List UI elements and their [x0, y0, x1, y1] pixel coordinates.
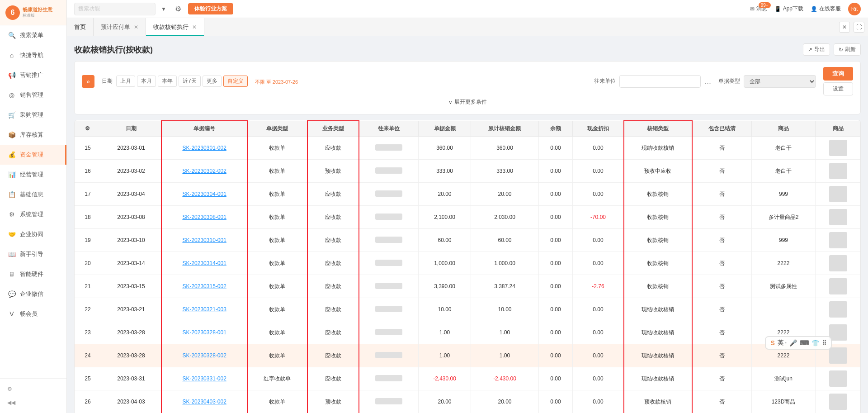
date-btn-last-month[interactable]: 上月 [116, 76, 135, 87]
unit-input[interactable] [619, 75, 701, 88]
td-bill-type: 收款单 [247, 183, 307, 206]
tab-expand-btn[interactable]: ⛶ [854, 22, 864, 33]
sidebar-item-finance[interactable]: 💰 资金管理 [0, 145, 66, 165]
td-order-no[interactable]: SK-20230301-002 [161, 137, 247, 160]
td-biz-type: 应收款 [307, 275, 359, 298]
topbar-messages[interactable]: ✉ 消息 99+ [750, 5, 767, 13]
td-include-settled: 否 [692, 160, 752, 183]
expand-more-btn[interactable]: ∨ 展开更多条件 [82, 95, 853, 109]
td-balance: 0.00 [538, 367, 572, 390]
watermark-grid[interactable]: ⠿ [822, 339, 826, 347]
td-order-no[interactable]: SK-20230328-001 [161, 321, 247, 344]
td-order-no[interactable]: SK-20230308-001 [161, 206, 247, 229]
filter-settings-btn[interactable]: 设置 [823, 82, 853, 95]
td-biz-type: 应收款 [307, 137, 359, 160]
sidebar-item-enterprise[interactable]: 🤝 企业协同 [0, 224, 66, 244]
td-order-no[interactable]: SK-20230321-003 [161, 298, 247, 321]
date-btn-this-year[interactable]: 本年 [158, 76, 177, 87]
sidebar-item-system[interactable]: ⚙ 系统管理 [0, 204, 66, 224]
table-row: 16 2023-03-02 SK-20230302-002 收款单 预收款 33… [75, 160, 860, 183]
sidebar-item-search[interactable]: 🔍 搜索菜单 [0, 25, 66, 45]
filter-toggle-btn[interactable]: » [82, 75, 94, 88]
topbar-dropdown[interactable]: ▼ [159, 6, 168, 12]
order-no-link[interactable]: SK-20230304-001 [182, 191, 226, 197]
chevron-down-icon: ▼ [161, 6, 166, 12]
date-btn-7days[interactable]: 近7天 [179, 76, 201, 87]
td-goods2 [816, 183, 860, 206]
td-nuke-type: 现结收款核销 [624, 344, 692, 367]
user-avatar[interactable]: Rit [848, 3, 861, 15]
order-no-link[interactable]: SK-20230308-001 [182, 214, 226, 220]
td-no: 16 [75, 160, 101, 183]
query-btn[interactable]: 查询 [823, 67, 853, 81]
order-no-link[interactable]: SK-20230301-002 [182, 145, 226, 151]
td-order-no[interactable]: SK-20230331-002 [161, 367, 247, 390]
partner-blurred [375, 214, 402, 220]
sidebar-item-hardware[interactable]: 🖥 智能硬件 [0, 264, 66, 284]
sidebar-item-wechat[interactable]: 💬 企业微信 [0, 284, 66, 304]
order-no-link[interactable]: SK-20230314-001 [182, 260, 226, 266]
sidebar-item-quicknav[interactable]: ⌂ 快捷导航 [0, 45, 66, 65]
bill-type-select[interactable]: 全部 [744, 75, 816, 88]
tab-prepay-close[interactable]: ✕ [134, 24, 138, 30]
td-order-no[interactable]: SK-20230310-001 [161, 229, 247, 252]
order-no-link[interactable]: SK-20230403-002 [182, 399, 226, 405]
topbar-online-service[interactable]: 👤 在线客服 [811, 5, 841, 13]
date-btn-more[interactable]: 更多 [203, 76, 222, 87]
td-no: 21 [75, 275, 101, 298]
export-btn[interactable]: ↗ 导出 [803, 43, 830, 56]
td-order-no[interactable]: SK-20230304-001 [161, 183, 247, 206]
topbar-app-download[interactable]: 📱 App下载 [774, 5, 803, 13]
industry-btn[interactable]: 体验行业方案 [188, 3, 233, 14]
sidebar-item-operation[interactable]: 📊 经营管理 [0, 165, 66, 185]
sidebar-settings-btn[interactable]: ⚙ [0, 382, 66, 396]
sidebar-item-basic[interactable]: 📋 基础信息 [0, 185, 66, 204]
mobile-icon: 📱 [774, 6, 781, 12]
td-goods2 [816, 160, 860, 183]
order-no-link[interactable]: SK-20230331-002 [182, 375, 226, 382]
date-btn-this-month[interactable]: 本月 [137, 76, 156, 87]
tab-collect-close[interactable]: ✕ [192, 24, 197, 30]
tab-collect[interactable]: 收款核销执行 ✕ [146, 18, 204, 36]
td-bill-type: 收款单 [247, 229, 307, 252]
sidebar-item-guide[interactable]: 📖 新手引导 [0, 244, 66, 264]
tab-home[interactable]: 首页 [67, 18, 94, 36]
filter-unit-group: 往来单位 ... [594, 75, 711, 88]
tab-close-btn[interactable]: ✕ [839, 22, 850, 33]
td-order-no[interactable]: SK-20230328-002 [161, 344, 247, 367]
td-balance: 0.00 [538, 160, 572, 183]
sidebar-item-marketing[interactable]: 📢 营销推广 [0, 65, 66, 85]
td-nuke-type: 预收款核销 [624, 390, 692, 413]
order-no-link[interactable]: SK-20230328-001 [182, 329, 226, 336]
order-no-link[interactable]: SK-20230315-002 [182, 283, 226, 290]
topbar-search-box[interactable]: 搜索功能 [74, 3, 156, 15]
td-bill-type: 红字收款单 [247, 367, 307, 390]
order-no-link[interactable]: SK-20230302-002 [182, 168, 226, 174]
watermark-keyboard[interactable]: ⌨ [800, 339, 809, 347]
td-order-no[interactable]: SK-20230302-002 [161, 160, 247, 183]
sidebar-collapse-btn[interactable]: ◀◀ [0, 396, 66, 409]
sidebar-item-purchase[interactable]: 🛒 采购管理 [0, 105, 66, 125]
tab-prepay[interactable]: 预计应付单 ✕ [94, 18, 146, 36]
td-include-settled: 否 [692, 229, 752, 252]
order-no-link[interactable]: SK-20230310-001 [182, 237, 226, 243]
sidebar-item-sales[interactable]: ◎ 销售管理 [0, 85, 66, 105]
td-amount: 3,390.00 [418, 275, 471, 298]
refresh-btn[interactable]: ↻ 刷新 [834, 43, 861, 56]
sidebar-item-member[interactable]: V 畅会员 [0, 304, 66, 324]
expand-label: 展开更多条件 [454, 98, 487, 106]
td-order-no[interactable]: SK-20230314-001 [161, 252, 247, 275]
order-no-link[interactable]: SK-20230321-003 [182, 306, 226, 313]
date-btn-custom[interactable]: 自定义 [223, 76, 248, 87]
watermark-shirt[interactable]: 👕 [811, 339, 819, 347]
order-no-link[interactable]: SK-20230328-002 [182, 352, 226, 359]
watermark-mic[interactable]: 🎤 [789, 339, 797, 347]
td-verify-amount: 1,000.00 [471, 252, 538, 275]
topbar-gear-btn[interactable]: ⚙ [172, 3, 184, 15]
sidebar-item-inventory[interactable]: 📦 库存核算 [0, 125, 66, 145]
td-order-no[interactable]: SK-20230403-002 [161, 390, 247, 413]
bill-type-label: 单据类型 [718, 77, 740, 85]
td-order-no[interactable]: SK-20230315-002 [161, 275, 247, 298]
unit-dots[interactable]: ... [704, 76, 711, 86]
td-verify-amount: 2,030.00 [471, 206, 538, 229]
